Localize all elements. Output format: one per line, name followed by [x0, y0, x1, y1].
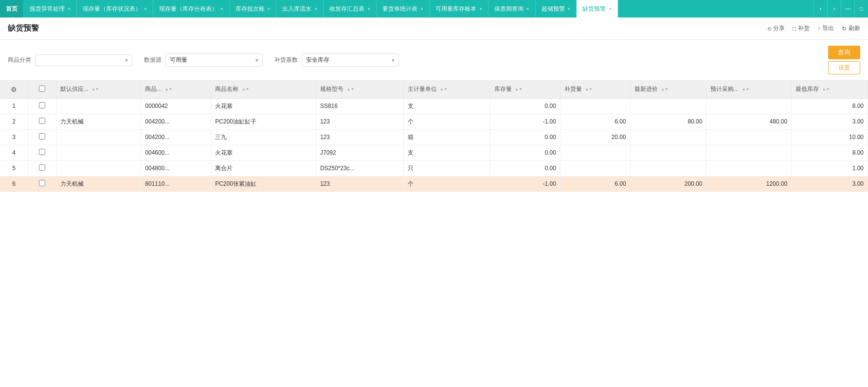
td-supplier: 力天机械 — [56, 114, 141, 129]
table-container: ⚙ 默认供应... ▲▼ 商品... ▲▼ 商品名称 — [0, 81, 868, 192]
tab-close-inv-dist[interactable]: × — [220, 6, 223, 12]
td-checkbox — [28, 176, 56, 192]
th-replenish: 补货量 ▲▼ — [560, 81, 630, 98]
td-unit: 支 — [403, 145, 490, 160]
td-seq: 4 — [0, 145, 28, 160]
tab-close-expiry[interactable]: × — [526, 6, 529, 12]
tab-home[interactable]: 首页 — [0, 0, 24, 18]
export-button[interactable]: ↑ 导出 — [817, 24, 834, 33]
td-seq: 1 — [0, 98, 28, 114]
spec-sort-icon[interactable]: ▲▼ — [346, 88, 354, 91]
refresh-button[interactable]: ↻ 刷新 — [842, 24, 860, 33]
td-replenish: 20.00 — [560, 129, 630, 145]
select-all-checkbox[interactable] — [39, 86, 45, 92]
td-replenish — [560, 160, 630, 176]
tab-prev-button[interactable]: ‹ — [814, 0, 827, 18]
page-header: 缺货预警 ⎋ 分享 □ 补货 ↑ 导出 ↻ 刷新 — [0, 18, 868, 40]
minstock-sort-icon[interactable]: ▲▼ — [822, 88, 830, 91]
row-checkbox-3[interactable] — [39, 149, 45, 155]
settings-button[interactable]: 设置 — [828, 61, 860, 74]
stock-sort-icon[interactable]: ▲▼ — [515, 88, 523, 91]
tab-close-overstock[interactable]: × — [568, 6, 571, 12]
td-min-stock: 8.00 — [792, 145, 868, 160]
td-supplier — [56, 129, 141, 145]
td-checkbox — [28, 129, 56, 145]
tab-shortage[interactable]: 缺货预警× — [577, 0, 618, 18]
tab-pick-error[interactable]: 拣货异常处理× — [24, 0, 77, 18]
gear-icon: ⚙ — [11, 86, 17, 93]
th-settings[interactable]: ⚙ — [0, 81, 28, 98]
replenish-chevron-icon: ▾ — [392, 57, 395, 64]
td-plan-purchase — [706, 145, 792, 160]
tab-close-inv-batch[interactable]: × — [268, 6, 271, 12]
tab-recv-sum[interactable]: 收发存汇总表× — [324, 0, 377, 18]
category-label: 商品分类 — [8, 56, 31, 64]
tab-avail-book[interactable]: 可用量库存账本× — [430, 0, 488, 18]
tab-close-inv-flow[interactable]: × — [314, 6, 317, 12]
tab-close-shortage[interactable]: × — [609, 6, 612, 12]
table-row: 3004200...三九123箱0.0020.0010.00 — [0, 129, 868, 145]
td-plan-purchase: 1200.00 — [706, 176, 792, 192]
td-seq: 2 — [0, 114, 28, 129]
datasource-chevron-icon: ▾ — [255, 57, 258, 64]
row-checkbox-1[interactable] — [39, 118, 45, 124]
unit-sort-icon[interactable]: ▲▼ — [440, 88, 448, 91]
tab-close-order-stat[interactable]: × — [420, 6, 423, 12]
datasource-select[interactable]: 可用量 ▾ — [165, 53, 263, 67]
replenish-button[interactable]: □ 补货 — [793, 24, 810, 33]
td-code: 801110... — [141, 176, 211, 192]
tab-close-recv-sum[interactable]: × — [367, 6, 370, 12]
data-table: ⚙ 默认供应... ▲▼ 商品... ▲▼ 商品名称 — [0, 81, 868, 192]
row-checkbox-2[interactable] — [39, 133, 45, 140]
replenish-sort-icon[interactable]: ▲▼ — [585, 88, 593, 91]
export-icon: ↑ — [817, 25, 820, 32]
supplier-sort-icon[interactable]: ▲▼ — [91, 88, 99, 91]
tab-nav-buttons: ‹ › — □ — [814, 0, 868, 18]
td-latest-price — [630, 129, 706, 145]
refresh-icon: ↻ — [842, 25, 847, 32]
td-min-stock: 3.00 — [792, 176, 868, 192]
tab-next-button[interactable]: › — [827, 0, 841, 18]
tab-inv-flow[interactable]: 出入库流水× — [276, 0, 324, 18]
td-code: 004200... — [141, 114, 211, 129]
tab-overstock[interactable]: 超储预警× — [536, 0, 577, 18]
td-spec: SS816 — [316, 98, 403, 114]
td-stock: 0.00 — [490, 129, 561, 145]
td-spec: DS250*23c... — [316, 160, 403, 176]
tab-inv-batch[interactable]: 库存批次账× — [230, 0, 277, 18]
row-checkbox-4[interactable] — [39, 164, 45, 171]
tab-inv-status[interactable]: 现存量（库存状况表）× — [77, 0, 153, 18]
tab-inv-dist[interactable]: 现存量（库存分布表）× — [153, 0, 230, 18]
table-header-row: ⚙ 默认供应... ▲▼ 商品... ▲▼ 商品名称 — [0, 81, 868, 98]
query-button[interactable]: 查询 — [828, 46, 860, 59]
datasource-label: 数据源 — [144, 56, 162, 64]
td-checkbox — [28, 114, 56, 129]
tab-order-stat[interactable]: 要货单统计表× — [377, 0, 430, 18]
tab-close-avail-book[interactable]: × — [479, 6, 482, 12]
tab-close-pick-error[interactable]: × — [68, 6, 71, 12]
name-sort-icon[interactable]: ▲▼ — [241, 88, 249, 91]
tab-expiry[interactable]: 保质期查询× — [488, 0, 536, 18]
share-button[interactable]: ⎋ 分享 — [768, 24, 785, 33]
plan-sort-icon[interactable]: ▲▼ — [742, 88, 750, 91]
category-select[interactable]: ▾ — [35, 54, 132, 66]
tab-maximize-button[interactable]: □ — [854, 0, 868, 18]
td-name: 火花塞 — [211, 145, 316, 160]
row-checkbox-0[interactable] — [39, 102, 45, 108]
replenish-select[interactable]: 安全库存 ▾ — [302, 53, 399, 67]
td-code: 004600... — [141, 145, 211, 160]
tab-close-inv-status[interactable]: × — [144, 6, 147, 12]
row-checkbox-5[interactable] — [39, 180, 45, 186]
datasource-select-value: 可用量 — [170, 56, 187, 64]
td-name: PC200张紧油缸 — [211, 176, 316, 192]
price-sort-icon[interactable]: ▲▼ — [661, 88, 669, 91]
code-sort-icon[interactable]: ▲▼ — [165, 88, 173, 91]
td-supplier — [56, 145, 141, 160]
replenish-label: 补货基数 — [274, 56, 298, 64]
tab-minimize-button[interactable]: — — [841, 0, 854, 18]
th-checkbox[interactable] — [28, 81, 56, 98]
td-name: 火花塞 — [211, 98, 316, 114]
td-supplier — [56, 160, 141, 176]
td-code: 004200... — [141, 129, 211, 145]
td-spec: 123 — [316, 176, 403, 192]
